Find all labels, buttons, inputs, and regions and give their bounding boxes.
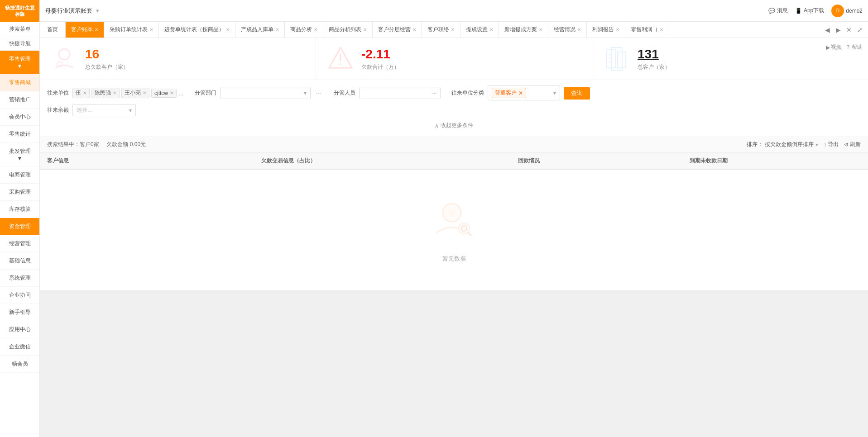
tab-purchase-stats-product[interactable]: 进货单统计表（按商品） ✕ bbox=[159, 22, 235, 38]
collapse-btn[interactable]: ∧ 收起更多条件 bbox=[47, 120, 861, 131]
unit-tag-cjttcw-remove[interactable]: ✕ bbox=[170, 90, 173, 95]
overdue-customers-icon bbox=[51, 45, 78, 72]
sidebar-item-member-center[interactable]: 会员中心 bbox=[0, 109, 39, 126]
category-tag-remove[interactable]: ✕ bbox=[518, 90, 523, 96]
user-avatar: D bbox=[831, 5, 844, 17]
unit-tag-wu: 伍 ✕ bbox=[72, 88, 90, 98]
tab-product-analysis[interactable]: 商品分析 ✕ bbox=[285, 22, 323, 38]
tab-scroll-left[interactable]: ◀ bbox=[823, 25, 832, 34]
user-profile[interactable]: D demo2 bbox=[831, 5, 863, 17]
sidebar-item-purchase[interactable]: 采购管理 bbox=[0, 184, 39, 201]
tab-expand[interactable]: ⤢ bbox=[855, 25, 864, 34]
tab-close-purchase-product[interactable]: ✕ bbox=[226, 27, 230, 32]
export-btn[interactable]: ↑ 导出 bbox=[824, 141, 839, 148]
tab-close-product-storage[interactable]: ✕ bbox=[275, 27, 279, 32]
tab-close-retail-profit[interactable]: ✕ bbox=[660, 27, 663, 32]
empty-icon bbox=[432, 197, 477, 249]
user-name: demo2 bbox=[846, 8, 863, 14]
sidebar-item-newbie-guide[interactable]: 新手引导 bbox=[0, 304, 39, 321]
tab-close-new-commission[interactable]: ✕ bbox=[539, 27, 542, 32]
sidebar-item-retail-stats[interactable]: 零售统计 bbox=[0, 126, 39, 143]
sidebar-item-ecommerce[interactable]: 电商管理 bbox=[0, 166, 39, 184]
more-tags-btn[interactable]: ... bbox=[178, 90, 184, 97]
sidebar-item-wholesale-mgmt[interactable]: 批发管理 ▼ bbox=[0, 143, 39, 166]
tab-close-commission[interactable]: ✕ bbox=[489, 27, 493, 32]
sidebar-item-marketing[interactable]: 营销推广 bbox=[0, 91, 39, 109]
tab-controls: ◀ ▶ ✕ ⤢ bbox=[819, 25, 868, 34]
sort-label: 排序： bbox=[747, 141, 763, 148]
refresh-btn[interactable]: ↺ 刷新 bbox=[844, 141, 861, 148]
tab-close-profit[interactable]: ✕ bbox=[616, 27, 619, 32]
sidebar-item-basic-info[interactable]: 基础信息 bbox=[0, 252, 39, 270]
video-btn[interactable]: ▶ 视频 bbox=[826, 43, 842, 51]
balance-selector[interactable]: 选择... ▾ bbox=[72, 104, 136, 116]
tab-customer-ledger[interactable]: 客户账本 ✕ bbox=[66, 22, 104, 38]
account-selector[interactable]: 母婴行业演示账套 ▾ bbox=[45, 7, 99, 15]
tab-new-commission[interactable]: 新增提成方案 ✕ bbox=[499, 22, 548, 38]
total-customers-icon bbox=[603, 45, 630, 72]
tab-profit-report[interactable]: 利润报告 ✕ bbox=[587, 22, 625, 38]
dept-filter-label: 分管部门 bbox=[195, 89, 216, 97]
sidebar-item-system[interactable]: 系统管理 bbox=[0, 270, 39, 287]
category-filter-label: 往来单位分类 bbox=[451, 89, 484, 97]
sidebar-item-retail-mall[interactable]: 零售商城 bbox=[0, 74, 39, 91]
tab-commission-setting[interactable]: 提成设置 ✕ bbox=[460, 22, 499, 38]
tab-close-all[interactable]: ✕ bbox=[844, 25, 854, 34]
main-area: 母婴行业演示账套 ▾ 💬 消息 📱 App下载 D demo2 首页 客户账本 bbox=[40, 0, 868, 437]
tab-customer-contact[interactable]: 客户联络 ✕ bbox=[422, 22, 460, 38]
message-btn[interactable]: 💬 消息 bbox=[768, 7, 788, 14]
person-selector[interactable]: ··· bbox=[359, 87, 441, 99]
tab-close-customer-ledger[interactable]: ✕ bbox=[95, 27, 98, 32]
tab-purchase-order-stats[interactable]: 采购订单统计表 ✕ bbox=[104, 22, 159, 38]
svg-point-0 bbox=[59, 49, 70, 60]
unit-tag-wang: 王小亮 ✕ bbox=[121, 88, 149, 98]
table-col-collection: 回款情况 bbox=[518, 157, 689, 165]
sidebar-item-search[interactable]: 搜索菜单 bbox=[0, 22, 39, 37]
unit-tag-wang-remove[interactable]: ✕ bbox=[143, 90, 146, 95]
sidebar-item-retail-mgmt[interactable]: 零售管理 ▼ bbox=[0, 51, 39, 74]
table-col-due-date: 到期未收款日期 bbox=[690, 157, 861, 165]
tab-scroll-right[interactable]: ▶ bbox=[834, 25, 843, 34]
sidebar-item-inventory[interactable]: 库存核算 bbox=[0, 201, 39, 218]
dept-selector[interactable]: ▾ bbox=[220, 87, 311, 99]
summary-info-customers: 16 总欠款客户（家） bbox=[85, 47, 129, 71]
collapse-label: 收起更多条件 bbox=[441, 122, 473, 129]
sidebar-item-enterprise-wechat[interactable]: 企业微信 bbox=[0, 338, 39, 356]
filter-row-1: 往来单位 伍 ✕ 陈民强 ✕ 王小亮 ✕ cjttcw bbox=[47, 86, 861, 100]
unit-tag-chen-remove[interactable]: ✕ bbox=[113, 90, 116, 95]
sidebar-item-app-center[interactable]: 应用中心 bbox=[0, 321, 39, 338]
filter-row-2: 往来余额 选择... ▾ bbox=[47, 104, 861, 116]
app-download-btn[interactable]: 📱 App下载 bbox=[795, 7, 824, 14]
tab-close-operations[interactable]: ✕ bbox=[577, 27, 581, 32]
tab-close-product-analysis[interactable]: ✕ bbox=[314, 27, 317, 32]
category-selector[interactable]: 普通客户 ✕ ▾ bbox=[488, 86, 560, 100]
sidebar-item-operations[interactable]: 经营管理 bbox=[0, 235, 39, 252]
dept-more-btn[interactable]: ··· bbox=[314, 90, 323, 97]
tab-close-purchase-order[interactable]: ✕ bbox=[149, 27, 153, 32]
account-dropdown-icon[interactable]: ▾ bbox=[96, 7, 99, 14]
tab-operations[interactable]: 经营情况 ✕ bbox=[548, 22, 587, 38]
sort-dropdown-icon: ▾ bbox=[815, 142, 818, 148]
sidebar-item-finance[interactable]: 资金管理 bbox=[0, 218, 39, 235]
help-btn[interactable]: ？ 帮助 bbox=[845, 43, 863, 51]
video-help-area: ▶ 视频 ？ 帮助 bbox=[826, 43, 863, 51]
table-col-customer-info: 客户信息 bbox=[47, 157, 261, 165]
unit-tag-wu-remove[interactable]: ✕ bbox=[83, 90, 86, 95]
tab-home[interactable]: 首页 bbox=[40, 22, 66, 38]
sort-selector[interactable]: 排序： 按欠款金额倒序排序 ▾ bbox=[747, 141, 818, 148]
tab-product-storage[interactable]: 产成品入库单 ✕ bbox=[235, 22, 285, 38]
tab-close-product-analysis-list[interactable]: ✕ bbox=[363, 27, 367, 32]
app-logo-text: 畅捷通好生意 标版 bbox=[5, 5, 35, 18]
tab-retail-profit[interactable]: 零售利润（ ✕ bbox=[625, 22, 669, 38]
person-filter-label: 分管人员 bbox=[334, 89, 355, 97]
result-bar-right: 排序： 按欠款金额倒序排序 ▾ ↑ 导出 ↺ 刷新 bbox=[747, 141, 861, 148]
sidebar-item-enterprise-collab[interactable]: 企业协同 bbox=[0, 287, 39, 304]
summary-card-overdue-customers: 16 总欠款客户（家） bbox=[40, 38, 316, 80]
sidebar-item-member[interactable]: 畅会员 bbox=[0, 356, 39, 373]
tab-customer-stratification[interactable]: 客户分层经营 ✕ bbox=[373, 22, 422, 38]
tab-close-customer-strat[interactable]: ✕ bbox=[412, 27, 416, 32]
tab-close-customer-contact[interactable]: ✕ bbox=[451, 27, 455, 32]
sidebar-item-quick-nav[interactable]: 快捷导航 bbox=[0, 37, 39, 51]
tab-product-analysis-list[interactable]: 商品分析列表 ✕ bbox=[323, 22, 373, 38]
query-button[interactable]: 查询 bbox=[564, 87, 590, 100]
